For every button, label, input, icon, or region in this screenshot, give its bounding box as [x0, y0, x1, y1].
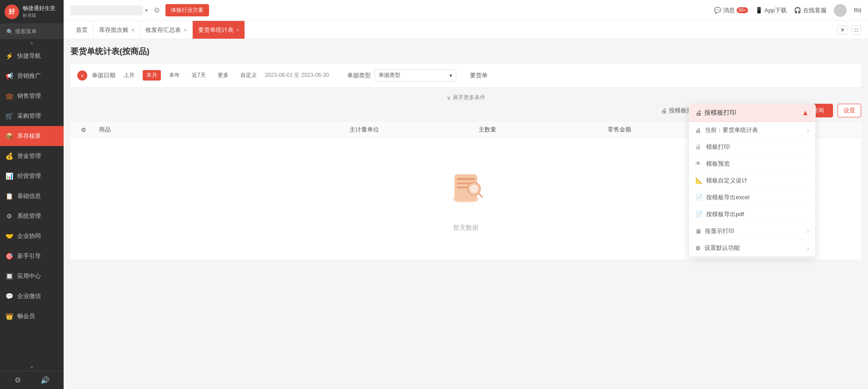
sidebar-scroll-up[interactable]: ▲ [0, 39, 64, 46]
breadcrumb-input[interactable] [70, 5, 143, 15]
expand-more-label: 展开更多条件 [453, 94, 485, 101]
footer-sound-icon[interactable]: 🔊 [40, 376, 50, 384]
tab-home-label: 首页 [76, 26, 88, 34]
empty-illustration [443, 165, 489, 219]
sidebar-item-enterprise[interactable]: 🤝 企业协同 [0, 226, 64, 246]
date-btn-this-month[interactable]: 本月 [143, 70, 161, 81]
newcomer-label: 新手引导 [17, 252, 41, 260]
col-settings[interactable]: ⚙ [77, 126, 95, 133]
message-item[interactable]: 💬 消息 99+ [714, 6, 748, 15]
app-name: 畅捷通好生意 [23, 5, 55, 12]
wechat-label: 企业微信 [17, 292, 41, 300]
sidebar-scroll-down[interactable]: ▼ [0, 364, 64, 371]
logo-icon: 好 [5, 5, 19, 19]
expand-more-button[interactable]: ∨ 展开更多条件 [447, 94, 485, 101]
search-menu[interactable]: 🔍 搜索菜单 [0, 24, 64, 39]
print-dropdown-title-icon: 🖨 [695, 109, 702, 116]
tab-receipt-summary[interactable]: 收发存汇总表 × [140, 21, 192, 39]
header-settings-icon[interactable]: ⚙ [154, 6, 160, 15]
finance-icon: 💰 [5, 152, 14, 161]
dropdown-item-export-excel[interactable]: 📄 按模板导出excel [689, 189, 815, 206]
date-btn-last-month[interactable]: 上月 [120, 70, 138, 81]
sales-icon: 💼 [5, 91, 14, 101]
app-download-label: App下载 [764, 6, 787, 15]
tab-requisition-stat[interactable]: 要货单统计表 × [193, 21, 245, 39]
sidebar-item-finance[interactable]: 💰 资金管理 [0, 146, 64, 166]
display-print-chevron: › [807, 228, 809, 235]
purchase-label: 采购管理 [17, 112, 41, 120]
dropdown-item-current[interactable]: 🖨 当前：要货单统计表 › [689, 122, 815, 139]
app-center-label: 应用中心 [17, 272, 41, 280]
filter-bar: » 单据日期 上月 本月 本年 近7天 更多 自定义 2023-06-01 至 … [70, 64, 861, 87]
message-icon: 💬 [714, 7, 721, 14]
sidebar-item-wechat[interactable]: 💬 企业微信 [0, 286, 64, 306]
tab-home[interactable]: 首页 [70, 21, 94, 39]
tab-receipt-summary-close[interactable]: × [184, 27, 186, 33]
template-design-label: 模板自定义设计 [706, 177, 748, 185]
dropdown-item-export-pdf[interactable]: 📄 按模板导出pdf [689, 206, 815, 223]
basic-info-icon: 📋 [5, 192, 14, 201]
tab-close-all-btn[interactable]: ✕ [837, 25, 848, 35]
dropdown-item-display-print[interactable]: 🖥 按显示打印 › [689, 223, 815, 240]
sidebar-item-sales[interactable]: 💼 销售管理 [0, 86, 64, 106]
filter-expand-button[interactable]: » [77, 71, 87, 81]
sidebar-item-basic-info[interactable]: 📋 基础信息 [0, 186, 64, 206]
header-dropdown-icon[interactable]: ▾ [145, 7, 148, 14]
basic-info-label: 基础信息 [17, 192, 41, 200]
search-menu-label: 搜索菜单 [15, 28, 37, 35]
sidebar-item-system[interactable]: ⚙ 系统管理 [0, 206, 64, 226]
sidebar-item-app-center[interactable]: 🔲 应用中心 [0, 266, 64, 286]
doc-type-select[interactable]: 单据类型 ▾ [374, 69, 456, 81]
tab-restore-btn[interactable]: □ [852, 25, 861, 35]
dropdown-item-template-design[interactable]: 📐 模板自定义设计 [689, 172, 815, 189]
operation-label: 经营管理 [17, 172, 41, 180]
main-area: ▾ ⚙ 体验行业方案 💬 消息 99+ 📱 App下载 🎧 在线客服 Rit [64, 0, 868, 389]
user-avatar-item[interactable] [834, 4, 847, 17]
trial-button[interactable]: 体验行业方案 [165, 4, 209, 16]
expand-more-icon: ∨ [447, 95, 451, 101]
template-print-icon: 🖨 [695, 143, 703, 151]
app-sub: 标准版 [23, 12, 55, 19]
action-bar: 🖨 按模板打印 ▲ 📤 导出 🔄 刷新 ··· 查询 设置 🖨 [70, 104, 861, 117]
footer-settings-icon[interactable]: ⚙ [15, 376, 21, 384]
tab-inventory-batch-close[interactable]: × [131, 27, 134, 33]
online-service-label: 在线客服 [803, 6, 827, 15]
table-settings-icon[interactable]: ⚙ [81, 126, 86, 133]
sidebar-item-operation[interactable]: 📊 经营管理 [0, 166, 64, 186]
current-icon: 🖨 [695, 127, 701, 134]
template-preview-label: 模板预览 [706, 160, 730, 168]
online-service-item[interactable]: 🎧 在线客服 [794, 6, 827, 15]
svg-point-6 [470, 185, 478, 193]
sidebar-item-purchase[interactable]: 🛒 采购管理 [0, 106, 64, 126]
print-dropdown-close[interactable]: ▲ [802, 109, 809, 117]
expand-more-row: ∨ 展开更多条件 [70, 91, 861, 104]
date-btn-custom[interactable]: 自定义 [237, 70, 260, 81]
set-default-label: 设置默认功能 [704, 244, 740, 252]
date-btn-7days[interactable]: 近7天 [188, 70, 210, 81]
current-chevron: › [807, 127, 809, 134]
marketing-icon: 📢 [5, 71, 14, 81]
date-btn-more[interactable]: 更多 [214, 70, 232, 81]
svg-rect-2 [457, 178, 475, 180]
dropdown-item-template-preview[interactable]: 👁 模板预览 [689, 156, 815, 172]
page-title: 要货单统计表(按商品) [70, 46, 861, 57]
sidebar-item-quick-nav[interactable]: ⚡ 快捷导航 [0, 46, 64, 66]
sidebar-item-inventory[interactable]: 📦 库存核算 [0, 126, 64, 146]
sidebar-item-marketing[interactable]: 📢 营销推广 [0, 66, 64, 86]
date-btn-this-year[interactable]: 本年 [165, 70, 184, 81]
set-default-icon: ⚙ [695, 245, 701, 252]
tab-inventory-batch[interactable]: 库存批次账 × [94, 21, 140, 39]
app-download-item[interactable]: 📱 App下载 [755, 6, 787, 15]
setting-button[interactable]: 设置 [838, 104, 861, 117]
top-header: ▾ ⚙ 体验行业方案 💬 消息 99+ 📱 App下载 🎧 在线客服 Rit [64, 0, 868, 21]
sidebar-item-member[interactable]: 👑 畅会员 [0, 306, 64, 326]
dropdown-item-set-default[interactable]: ⚙ 设置默认功能 › [689, 240, 815, 257]
template-print-label: 模板打印 [706, 143, 730, 151]
tab-requisition-stat-close[interactable]: × [236, 27, 239, 33]
sidebar: 好 畅捷通好生意 标准版 🔍 搜索菜单 ▲ ⚡ 快捷导航 📢 营销推广 💼 销售… [0, 0, 64, 389]
col-unit: 主计量单位 [346, 126, 475, 134]
dropdown-item-template-print[interactable]: 🖨 模板打印 [689, 139, 815, 156]
svg-line-7 [479, 193, 482, 197]
sidebar-item-newcomer[interactable]: 🎯 新手引导 [0, 246, 64, 266]
print-dropdown-header: 🖨 按模板打印 ▲ [689, 104, 815, 122]
